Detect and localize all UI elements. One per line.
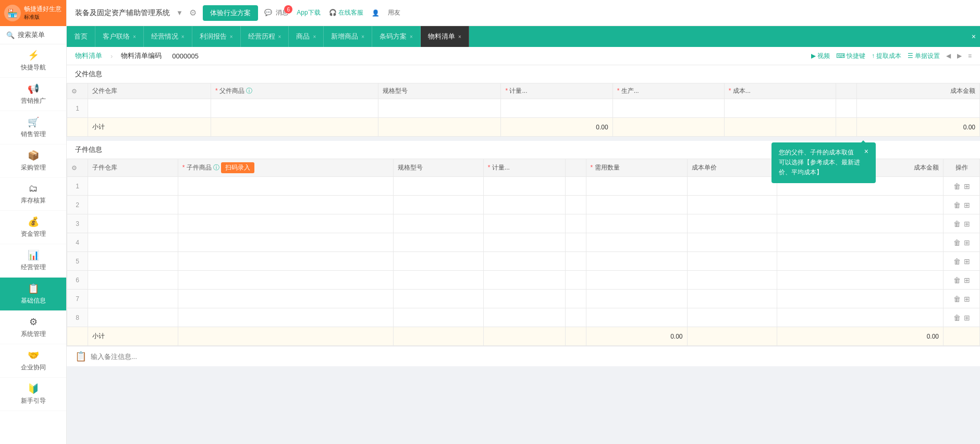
child-row-7-warehouse[interactable] xyxy=(88,290,178,308)
tab-history[interactable]: 经营历程 × xyxy=(241,26,289,47)
scan-btn[interactable]: 扫码录入 xyxy=(221,162,254,173)
child-row-1-goods[interactable] xyxy=(178,177,394,196)
delete-icon-2[interactable]: 🗑 xyxy=(953,201,961,209)
parent-settings-gear-icon[interactable]: ⚙ xyxy=(71,88,77,95)
child-settings-gear-icon[interactable]: ⚙ xyxy=(71,164,77,172)
child-row-7-spec[interactable] xyxy=(394,290,484,308)
child-row-3-spec[interactable] xyxy=(394,214,484,233)
child-row-5-qty[interactable] xyxy=(586,252,687,271)
copy-icon-4[interactable]: ⊞ xyxy=(964,238,970,247)
child-row-3-unit-cost[interactable] xyxy=(687,214,777,233)
copy-icon-2[interactable]: ⊞ xyxy=(964,201,970,209)
dropdown-icon[interactable]: ▼ xyxy=(176,9,183,17)
child-row-4-goods[interactable] xyxy=(178,233,394,252)
child-row-6-goods[interactable] xyxy=(178,271,394,290)
parent-row-1-production[interactable] xyxy=(612,99,724,118)
child-row-4-warehouse[interactable] xyxy=(88,233,178,252)
child-row-5-unit-cost[interactable] xyxy=(687,252,777,271)
nav-close-btn[interactable]: × xyxy=(967,32,980,41)
copy-icon-7[interactable]: ⊞ xyxy=(964,295,970,303)
delete-icon-3[interactable]: 🗑 xyxy=(953,220,961,228)
tooltip-close-btn[interactable]: × xyxy=(864,148,868,155)
tab-goods-close[interactable]: × xyxy=(313,34,316,40)
child-row-3-warehouse[interactable] xyxy=(88,214,178,233)
child-row-7-qty[interactable] xyxy=(586,290,687,308)
child-row-3-unit[interactable] xyxy=(483,214,565,233)
parent-row-1-cost[interactable] xyxy=(724,99,836,118)
app-download-link[interactable]: App下载 xyxy=(297,8,320,17)
tab-operations-close[interactable]: × xyxy=(181,34,185,40)
online-support-link[interactable]: 🎧 在线客服 xyxy=(329,8,363,17)
nav-prev-icon[interactable]: ◀ xyxy=(946,52,951,59)
tab-profit[interactable]: 利润报告 × xyxy=(192,26,241,47)
sidebar-item-purchase[interactable]: 📦 采购管理 xyxy=(0,145,66,178)
child-row-2-qty[interactable] xyxy=(586,196,687,214)
delete-icon-5[interactable]: 🗑 xyxy=(953,257,961,266)
copy-icon-6[interactable]: ⊞ xyxy=(964,276,970,284)
settings-gear-icon[interactable]: ⚙ xyxy=(189,8,197,18)
parent-row-1-spec[interactable] xyxy=(378,99,501,118)
sidebar-item-guide[interactable]: 🔰 新手引导 xyxy=(0,378,66,411)
sidebar-item-finance[interactable]: 💰 资金管理 xyxy=(0,211,66,244)
child-row-1-warehouse[interactable] xyxy=(88,177,178,196)
child-th-settings[interactable]: ⚙ xyxy=(67,159,88,177)
delete-icon-6[interactable]: 🗑 xyxy=(953,276,961,284)
delete-icon-8[interactable]: 🗑 xyxy=(953,314,961,322)
tab-new-goods[interactable]: 新增商品 × xyxy=(324,26,372,47)
parent-row-1-warehouse[interactable] xyxy=(88,99,211,118)
child-row-5-spec[interactable] xyxy=(394,252,484,271)
child-row-8-unit[interactable] xyxy=(483,308,565,327)
child-row-6-qty[interactable] xyxy=(586,271,687,290)
child-row-8-goods[interactable] xyxy=(178,308,394,327)
parent-th-settings[interactable]: ⚙ xyxy=(67,83,88,99)
child-row-2-unit[interactable] xyxy=(483,196,565,214)
parent-row-1-unit[interactable] xyxy=(501,99,612,118)
child-row-6-warehouse[interactable] xyxy=(88,271,178,290)
sidebar-item-system[interactable]: ⚙ 系统管理 xyxy=(0,311,66,344)
copy-icon-1[interactable]: ⊞ xyxy=(964,182,970,190)
child-row-2-warehouse[interactable] xyxy=(88,196,178,214)
message-badge-container[interactable]: 💬 6 消息 xyxy=(264,8,288,17)
tab-profit-close[interactable]: × xyxy=(230,34,233,40)
child-row-7-goods[interactable] xyxy=(178,290,394,308)
child-row-8-qty[interactable] xyxy=(586,308,687,327)
child-row-5-warehouse[interactable] xyxy=(88,252,178,271)
remarks-input[interactable] xyxy=(91,353,972,361)
child-row-5-unit[interactable] xyxy=(483,252,565,271)
nav-next-icon[interactable]: ▶ xyxy=(957,52,962,59)
sidebar-item-inventory[interactable]: 🗂 库存核算 xyxy=(0,178,66,211)
tab-operations[interactable]: 经营情况 × xyxy=(144,26,192,47)
tab-customers[interactable]: 客户联络 × xyxy=(95,26,144,47)
child-row-4-qty[interactable] xyxy=(586,233,687,252)
child-row-3-qty[interactable] xyxy=(586,214,687,233)
tab-bom-close[interactable]: × xyxy=(458,34,461,40)
copy-icon-3[interactable]: ⊞ xyxy=(964,220,970,228)
tab-bom[interactable]: 物料清单 × xyxy=(421,26,469,47)
tab-goods[interactable]: 商品 × xyxy=(289,26,324,47)
extract-cost-action[interactable]: ↑ 提取成本 xyxy=(872,52,901,61)
tab-barcode-close[interactable]: × xyxy=(410,34,413,40)
breadcrumb-parent[interactable]: 物料清单 xyxy=(75,51,102,61)
sidebar-item-enterprise[interactable]: 🤝 企业协同 xyxy=(0,344,66,378)
sidebar-item-marketing[interactable]: 📢 营销推广 xyxy=(0,78,66,111)
child-row-1-unit[interactable] xyxy=(483,177,565,196)
child-row-1-unit-cost[interactable] xyxy=(687,177,777,196)
view-toggle-icon[interactable]: ≡ xyxy=(968,52,972,59)
single-setting-action[interactable]: ☰ 单据设置 xyxy=(908,52,940,61)
child-row-4-spec[interactable] xyxy=(394,233,484,252)
search-menu[interactable]: 🔍 搜索菜单 xyxy=(0,26,66,44)
tab-home[interactable]: 首页 xyxy=(67,26,95,47)
child-row-6-unit[interactable] xyxy=(483,271,565,290)
child-row-6-unit-cost[interactable] xyxy=(687,271,777,290)
tab-new-goods-close[interactable]: × xyxy=(361,34,364,40)
child-row-8-unit-cost[interactable] xyxy=(687,308,777,327)
child-row-6-spec[interactable] xyxy=(394,271,484,290)
child-row-7-unit[interactable] xyxy=(483,290,565,308)
child-row-1-spec[interactable] xyxy=(394,177,484,196)
tab-history-close[interactable]: × xyxy=(278,34,281,40)
child-row-2-spec[interactable] xyxy=(394,196,484,214)
child-row-1-qty[interactable] xyxy=(586,177,687,196)
child-row-3-goods[interactable] xyxy=(178,214,394,233)
child-row-2-unit-cost[interactable] xyxy=(687,196,777,214)
tab-barcode[interactable]: 条码方案 × xyxy=(372,26,421,47)
